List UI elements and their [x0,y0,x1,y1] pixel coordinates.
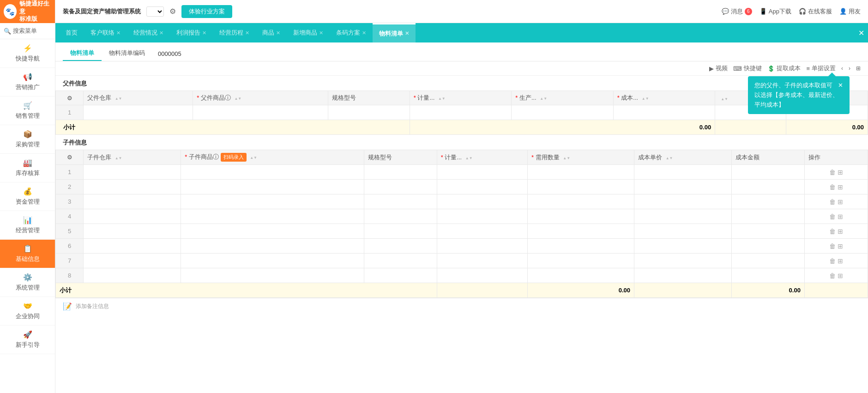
sidebar-item-enterprise[interactable]: 🤝 企业协同 [0,297,55,326]
sidebar-item-quick-nav[interactable]: ⚡ 快捷导航 [0,39,55,68]
child-goods-2[interactable] [181,180,364,194]
tab-customer-close[interactable]: ✕ [116,30,121,36]
tab-operations[interactable]: 经营情况 ✕ [127,23,170,42]
child-needed-8[interactable] [528,268,634,283]
delete-icon-5[interactable]: 🗑 [829,228,836,235]
child-warehouse-4[interactable] [84,209,181,224]
child-needed-5[interactable] [528,224,634,239]
child-unit-6[interactable] [437,239,527,254]
tab-operations-close[interactable]: ✕ [159,30,163,36]
delete-icon-3[interactable]: 🗑 [829,198,836,206]
child-warehouse-7[interactable] [84,254,181,268]
gear-icon[interactable]: ⚙ [169,7,176,16]
child-unit-5[interactable] [437,224,527,239]
sidebar-item-basic-info[interactable]: 📋 基础信息 [0,240,55,268]
child-warehouse-5[interactable] [84,224,181,239]
child-warehouse-1[interactable] [84,165,181,180]
child-spec-1[interactable] [364,165,437,180]
child-goods-8[interactable] [181,268,364,283]
shortcut-btn[interactable]: ⌨ 快捷键 [733,64,762,73]
child-goods-3[interactable] [181,194,364,209]
child-needed-4[interactable] [528,209,634,224]
child-warehouse-3[interactable] [84,194,181,209]
nav-prev-btn[interactable]: ‹ [841,65,843,72]
tab-history-close[interactable]: ✕ [245,30,249,36]
child-spec-5[interactable] [364,224,437,239]
child-col-gear[interactable]: ⚙ [56,150,84,165]
tab-profit[interactable]: 利润报告 ✕ [170,23,213,42]
bottom-bar-hint[interactable]: 添加备注信息 [76,302,109,310]
sidebar-item-system[interactable]: ⚙️ 系统管理 [0,268,55,297]
parent-production-1[interactable] [512,105,613,120]
delete-icon-7[interactable]: 🗑 [829,257,836,265]
sidebar-item-guide[interactable]: 🚀 新手引导 [0,326,55,354]
child-goods-5[interactable] [181,224,364,239]
copy-icon-3[interactable]: ⊞ [838,198,843,206]
tab-home[interactable]: 首页 [59,23,84,42]
copy-icon-4[interactable]: ⊞ [838,213,843,220]
parent-warehouse-1[interactable] [84,105,193,120]
search-menu[interactable]: 🔍 搜索菜单 [0,23,55,39]
sub-tab-bom-list[interactable]: 物料清单 [63,46,102,61]
child-warehouse-2[interactable] [84,180,181,194]
child-unit-8[interactable] [437,268,527,283]
child-needed-1[interactable] [528,165,634,180]
single-setting-btn[interactable]: ≡ 单据设置 [806,64,836,73]
delete-icon-8[interactable]: 🗑 [829,272,836,279]
child-cost-price-5[interactable] [634,224,732,239]
tab-bom[interactable]: 物料清单 ✕ [373,23,416,42]
child-spec-2[interactable] [364,180,437,194]
sidebar-item-marketing[interactable]: 📢 营销推广 [0,68,55,97]
child-goods-6[interactable] [181,239,364,254]
child-warehouse-6[interactable] [84,239,181,254]
child-spec-7[interactable] [364,254,437,268]
delete-icon-4[interactable]: 🗑 [829,213,836,220]
parent-unit-1[interactable] [410,105,511,120]
sidebar-item-finance[interactable]: 💰 资金管理 [0,182,55,211]
sidebar-item-inventory[interactable]: 🏭 库存核算 [0,154,55,182]
child-unit-4[interactable] [437,209,527,224]
child-needed-6[interactable] [528,239,634,254]
video-btn[interactable]: ▶ 视频 [709,64,728,73]
tab-barcode-close[interactable]: ✕ [362,30,366,36]
sidebar-item-operations[interactable]: 📊 经营管理 [0,211,55,240]
cost-btn[interactable]: 💲 提取成本 [767,64,801,73]
delete-icon-6[interactable]: 🗑 [829,242,836,250]
copy-icon-8[interactable]: ⊞ [838,272,843,279]
child-needed-3[interactable] [528,194,634,209]
tab-barcode[interactable]: 条码方案 ✕ [330,23,373,42]
copy-icon-5[interactable]: ⊞ [838,228,843,235]
child-goods-1[interactable] [181,165,364,180]
tab-customer[interactable]: 客户联络 ✕ [84,23,127,42]
nav-next-btn[interactable]: › [849,65,850,72]
sidebar-item-purchase[interactable]: 📦 采购管理 [0,125,55,154]
sidebar-item-sales[interactable]: 🛒 销售管理 [0,97,55,125]
child-unit-3[interactable] [437,194,527,209]
tab-history[interactable]: 经营历程 ✕ [213,23,256,42]
child-cost-price-6[interactable] [634,239,732,254]
child-warehouse-8[interactable] [84,268,181,283]
scan-badge[interactable]: 扫码录入 [221,153,247,162]
tab-profit-close[interactable]: ✕ [202,30,206,36]
tab-new-goods-close[interactable]: ✕ [319,30,323,36]
parent-spec-1[interactable] [328,105,410,120]
child-goods-7[interactable] [181,254,364,268]
child-spec-6[interactable] [364,239,437,254]
child-unit-7[interactable] [437,254,527,268]
sub-tab-bom-code[interactable]: 物料清单编码 [102,46,152,61]
copy-icon-1[interactable]: ⊞ [838,169,843,176]
child-unit-1[interactable] [437,165,527,180]
child-cost-price-8[interactable] [634,268,732,283]
child-spec-3[interactable] [364,194,437,209]
child-spec-4[interactable] [364,209,437,224]
copy-icon-7[interactable]: ⊞ [838,257,843,265]
child-needed-7[interactable] [528,254,634,268]
child-unit-2[interactable] [437,180,527,194]
child-goods-4[interactable] [181,209,364,224]
parent-cost-1[interactable] [613,105,715,120]
app-download-btn[interactable]: 📱 App下载 [760,7,791,16]
tab-bom-close[interactable]: ✕ [405,30,409,36]
tab-goods-close[interactable]: ✕ [276,30,280,36]
tooltip-close[interactable]: ✕ [838,81,843,91]
tab-goods[interactable]: 商品 ✕ [256,23,287,42]
